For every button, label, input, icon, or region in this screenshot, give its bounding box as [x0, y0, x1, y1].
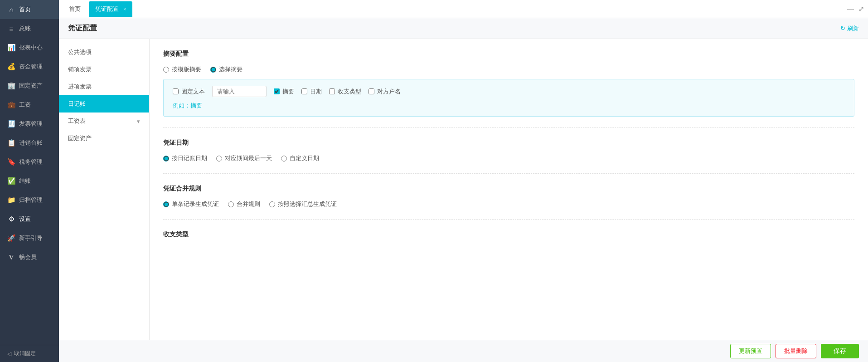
archive-icon: 📁 — [7, 196, 15, 204]
home-icon: ⌂ — [7, 6, 15, 14]
right-content: 摘要配置 按模版摘要 选择摘要 — [150, 39, 868, 340]
sidebar-item-home[interactable]: ⌂ 首页 — [0, 0, 59, 19]
tab-home-label: 首页 — [69, 5, 81, 13]
merge-option-single[interactable]: 单条记录生成凭证 — [163, 200, 219, 208]
update-preview-button[interactable]: 更新预置 — [730, 344, 771, 358]
sidebar-item-report[interactable]: 📊 报表中心 — [0, 38, 59, 57]
nav-item-purchase-invoice[interactable]: 进项发票 — [59, 78, 149, 95]
settings-icon: ⚙ — [7, 215, 15, 223]
fixed-text-input[interactable] — [212, 86, 267, 97]
income-type-cb-label: 收支类型 — [338, 88, 361, 96]
sidebar-label-archive: 归档管理 — [19, 196, 43, 204]
merge-rule-label: 合并规则 — [237, 200, 260, 208]
merge-option-rule[interactable]: 合并规则 — [228, 200, 260, 208]
summary-section: 摘要配置 按模版摘要 选择摘要 — [163, 50, 854, 128]
income-type-checkbox[interactable] — [329, 88, 335, 94]
sidebar-item-funds[interactable]: 💰 资金管理 — [0, 57, 59, 76]
funds-icon: 💰 — [7, 63, 15, 71]
sidebar-label-settings: 设置 — [19, 215, 31, 223]
summary-radio-template[interactable] — [163, 67, 169, 73]
date-checkbox-label[interactable]: 日期 — [301, 88, 322, 96]
sidebar-label-home: 首页 — [19, 5, 31, 14]
maximize-icon[interactable]: ⤢ — [858, 5, 864, 13]
main-area: 首页 凭证配置 × — ⤢ 凭证配置 ↻ 刷新 公共选项 销项发票 — [59, 0, 868, 362]
minimize-icon[interactable]: — — [847, 5, 854, 13]
refresh-button[interactable]: ↻ 刷新 — [840, 24, 859, 33]
tab-home[interactable]: 首页 — [63, 1, 87, 17]
merge-title: 凭证合并规则 — [163, 185, 854, 193]
pin-label: 取消固定 — [14, 350, 36, 357]
sidebar-item-invoice[interactable]: 🧾 发票管理 — [0, 114, 59, 133]
date-option-custom[interactable]: 自定义日期 — [281, 154, 319, 162]
nav-item-payroll-table[interactable]: 工资表 ▾ — [59, 113, 149, 130]
sidebar-label-report: 报表中心 — [19, 44, 43, 52]
date-last-label: 对应期间最后一天 — [225, 154, 272, 162]
nav-item-journal[interactable]: 日记账 — [59, 95, 149, 113]
fixed-text-checkbox[interactable] — [173, 88, 179, 94]
date-radio-custom[interactable] — [281, 156, 287, 161]
sidebar-item-checkout[interactable]: ✅ 结账 — [0, 171, 59, 191]
merge-option-selection[interactable]: 按照选择汇总生成凭证 — [269, 200, 337, 208]
summary-checkbox[interactable] — [274, 88, 280, 94]
date-section: 凭证日期 按日记账日期 对应期间最后一天 自定义日期 — [163, 139, 854, 174]
tab-voucher-config[interactable]: 凭证配置 × — [89, 1, 132, 17]
merge-radio-single[interactable] — [163, 201, 169, 207]
nav-item-public[interactable]: 公共选项 — [59, 44, 149, 61]
merge-single-label: 单条记录生成凭证 — [172, 200, 219, 208]
guide-icon: 🚀 — [7, 234, 15, 242]
summary-option-select[interactable]: 选择摘要 — [210, 65, 242, 73]
merge-section: 凭证合并规则 单条记录生成凭证 合并规则 按照选择汇总生成凭证 — [163, 185, 854, 220]
tab-close-icon[interactable]: × — [123, 6, 126, 12]
date-checkbox[interactable] — [301, 88, 307, 94]
counterpart-cb-label: 对方户名 — [377, 88, 401, 96]
bottom-bar: 更新预置 批量删除 保存 — [59, 340, 868, 362]
sidebar-item-ledger[interactable]: ≡ 总账 — [0, 19, 59, 38]
sidebar-item-guide[interactable]: 🚀 新手引导 — [0, 229, 59, 248]
date-option-journal[interactable]: 按日记账日期 — [163, 154, 207, 162]
page-header: 凭证配置 ↻ 刷新 — [59, 18, 868, 39]
date-option-last-day[interactable]: 对应期间最后一天 — [216, 154, 272, 162]
sidebar-item-archive[interactable]: 📁 归档管理 — [0, 191, 59, 210]
date-journal-label: 按日记账日期 — [172, 154, 207, 162]
sidebar-item-member[interactable]: V 畅会员 — [0, 248, 59, 267]
fixed-text-checkbox-label[interactable]: 固定文本 — [173, 88, 205, 96]
nav-item-fixed-assets[interactable]: 固定资产 — [59, 130, 149, 147]
income-type-title: 收支类型 — [163, 230, 854, 239]
sidebar-label-assets: 固定资产 — [19, 82, 43, 90]
tab-bar: 首页 凭证配置 × — ⤢ — [59, 0, 868, 18]
summary-config-row: 固定文本 摘要 日期 — [173, 86, 845, 97]
counterpart-checkbox-label[interactable]: 对方户名 — [369, 88, 401, 96]
content-area: 公共选项 销项发票 进项发票 日记账 工资表 ▾ 固定资产 — [59, 39, 868, 340]
summary-option-template[interactable]: 按模版摘要 — [163, 65, 201, 73]
sidebar-item-tax[interactable]: 🔖 税务管理 — [0, 152, 59, 171]
income-type-checkbox-label[interactable]: 收支类型 — [329, 88, 361, 96]
assets-icon: 🏢 — [7, 82, 15, 90]
sidebar-item-assets[interactable]: 🏢 固定资产 — [0, 76, 59, 95]
refresh-label: 刷新 — [847, 24, 859, 33]
sidebar-pin-toggle[interactable]: ◁ 取消固定 — [0, 345, 59, 362]
sidebar-label-member: 畅会员 — [19, 253, 37, 261]
summary-radio-select[interactable] — [210, 67, 216, 73]
sidebar-label-ledger: 总账 — [19, 24, 31, 33]
summary-cb-label: 摘要 — [282, 88, 294, 96]
date-radio-last[interactable] — [216, 156, 222, 161]
tax-icon: 🔖 — [7, 158, 15, 166]
payroll-icon: 💼 — [7, 101, 15, 109]
date-title: 凭证日期 — [163, 139, 854, 147]
nav-item-sales-invoice[interactable]: 销项发票 — [59, 61, 149, 78]
sidebar-item-settings[interactable]: ⚙ 设置 — [0, 210, 59, 229]
batch-delete-button[interactable]: 批量删除 — [776, 344, 816, 358]
purchase-icon: 📋 — [7, 139, 15, 147]
summary-example: 例如：摘要 — [173, 102, 845, 110]
merge-radio-selection[interactable] — [269, 201, 275, 207]
summary-checkbox-label[interactable]: 摘要 — [274, 88, 294, 96]
merge-radio-rule[interactable] — [228, 201, 234, 207]
sidebar-item-purchase[interactable]: 📋 进销台账 — [0, 133, 59, 152]
counterpart-checkbox[interactable] — [369, 88, 374, 94]
ledger-icon: ≡ — [7, 25, 15, 33]
save-button[interactable]: 保存 — [821, 344, 859, 358]
summary-select-label: 选择摘要 — [219, 65, 242, 73]
sidebar-item-payroll[interactable]: 💼 工资 — [0, 95, 59, 114]
date-radio-journal[interactable] — [163, 156, 169, 161]
date-radio-group: 按日记账日期 对应期间最后一天 自定义日期 — [163, 154, 854, 162]
